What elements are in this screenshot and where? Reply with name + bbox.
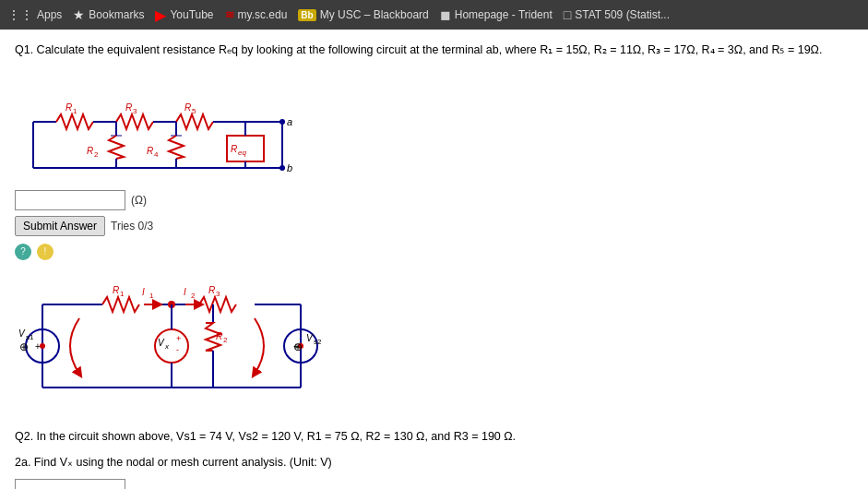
svg-text:R: R	[216, 331, 222, 341]
hint-icon-yellow[interactable]: !	[37, 244, 54, 260]
svg-text:I: I	[142, 287, 145, 297]
tab-stat509[interactable]: □ STAT 509 (Statist...	[564, 7, 670, 22]
q1-circuit-svg: a b R eq R 1 R 3 R	[15, 66, 310, 177]
svg-text:x: x	[164, 342, 170, 351]
svg-text:s2: s2	[314, 338, 322, 346]
svg-text:V: V	[158, 338, 165, 348]
svg-text:⊕: ⊕	[19, 340, 29, 353]
svg-text:5: 5	[192, 107, 196, 115]
svg-text:b: b	[287, 162, 292, 173]
svg-text:-: -	[176, 345, 179, 354]
svg-text:R: R	[231, 144, 237, 154]
tab-homepage[interactable]: ◼ Homepage - Trident	[440, 7, 553, 22]
q2-circuit: + V s1 ⊕ + V s2 ⊕ R 1 I 1 I	[15, 268, 853, 421]
q1-hint-row: ? !	[15, 244, 853, 260]
tab-mysc[interactable]: ≋ my.sc.edu	[225, 8, 288, 21]
svg-text:R: R	[65, 102, 72, 113]
q1-answer-input[interactable]	[15, 190, 125, 210]
q2a-label: 2a. Find Vₓ using the nodal or mesh curr…	[15, 453, 853, 471]
svg-text:I: I	[184, 287, 186, 297]
svg-point-7	[279, 119, 285, 125]
doc-icon-stat: □	[564, 7, 571, 22]
q1-text: Q1. Calculate the equivalent resistance …	[15, 41, 853, 59]
youtube-icon: ▶	[155, 6, 166, 24]
q1-answer-section: (Ω)	[15, 190, 853, 210]
svg-text:R: R	[113, 285, 119, 295]
tab-bookmarks[interactable]: ★ Bookmarks	[73, 7, 144, 22]
hint-icon-green[interactable]: ?	[15, 244, 31, 260]
bb-icon: Bb	[298, 9, 315, 21]
svg-text:R: R	[87, 146, 93, 156]
svg-text:2: 2	[223, 336, 228, 344]
grid-icon: ⋮⋮	[7, 7, 33, 22]
svg-text:3: 3	[133, 107, 137, 115]
q1-submit-button[interactable]: Submit Answer	[15, 216, 105, 236]
doc-icon-homepage: ◼	[440, 7, 451, 22]
q1-tries: Tries 0/3	[111, 218, 153, 234]
q2a-answer-section	[15, 479, 853, 489]
q1-unit: (Ω)	[131, 192, 147, 209]
svg-text:1: 1	[120, 290, 125, 298]
star-icon: ★	[73, 7, 85, 22]
tab-youtube[interactable]: ▶ YouTube	[155, 6, 213, 24]
svg-text:1: 1	[73, 107, 77, 115]
svg-text:V: V	[18, 328, 26, 339]
svg-text:⊕: ⊕	[293, 340, 303, 353]
svg-text:R: R	[208, 285, 215, 295]
q1-circuit: a b R eq R 1 R 3 R	[15, 66, 853, 183]
sc-icon: ≋	[225, 8, 234, 21]
svg-text:a: a	[287, 116, 292, 127]
q2-text: Q2. In the circuit shown above, Vs1 = 74…	[15, 427, 853, 446]
q2-circuit-svg: + V s1 ⊕ + V s2 ⊕ R 1 I 1 I	[15, 268, 328, 415]
tab-blackboard[interactable]: Bb My USC – Blackboard	[298, 8, 428, 21]
svg-text:eq: eq	[238, 149, 246, 157]
svg-text:1: 1	[149, 292, 154, 300]
tab-apps[interactable]: ⋮⋮ Apps	[7, 7, 62, 22]
q2a-answer-input[interactable]	[15, 479, 125, 489]
svg-text:R: R	[125, 102, 132, 113]
svg-text:4: 4	[154, 150, 159, 159]
svg-text:R: R	[147, 146, 153, 156]
svg-point-9	[279, 165, 285, 171]
svg-text:2: 2	[191, 292, 196, 300]
q1-submit-row: Submit Answer Tries 0/3	[15, 216, 853, 236]
svg-text:3: 3	[216, 290, 220, 298]
svg-text:+: +	[176, 334, 181, 343]
svg-point-38	[40, 343, 45, 349]
main-content: Q1. Calculate the equivalent resistance …	[0, 30, 868, 489]
svg-text:R: R	[184, 102, 191, 113]
browser-toolbar: ⋮⋮ Apps ★ Bookmarks ▶ YouTube ≋ my.sc.ed…	[0, 0, 868, 30]
svg-text:2: 2	[94, 150, 99, 159]
